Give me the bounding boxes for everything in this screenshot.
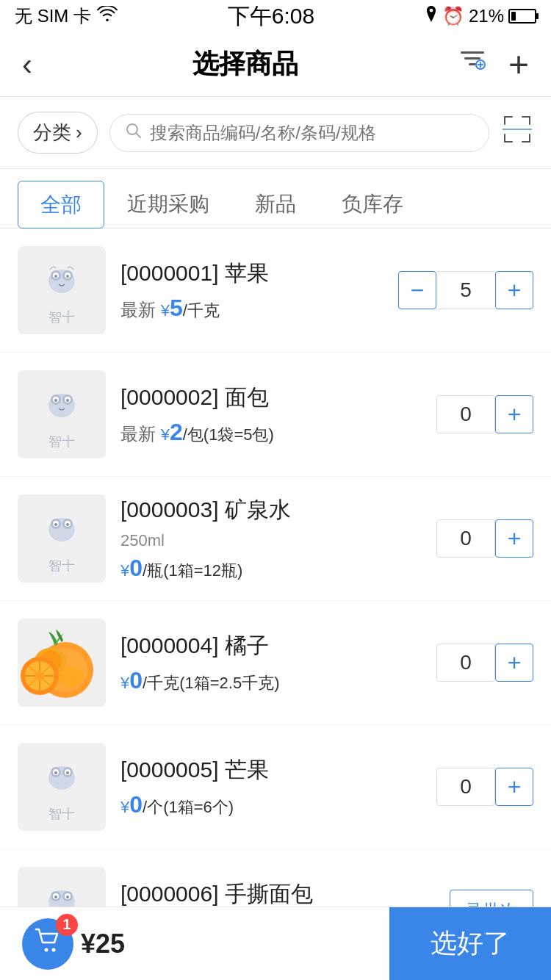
svg-rect-10 <box>504 134 505 143</box>
product-placeholder: 智十 <box>18 246 106 334</box>
product-placeholder: 智十 <box>18 370 106 458</box>
tab-new[interactable]: 新品 <box>232 181 319 228</box>
product-name: [0000002] 面包 <box>120 383 422 413</box>
cart-total: ¥25 <box>81 929 125 959</box>
product-image: 智十 <box>18 494 106 583</box>
svg-rect-0 <box>461 51 484 54</box>
product-placeholder: 智十 <box>18 743 106 831</box>
orange-image <box>18 619 106 707</box>
quantity-input[interactable] <box>436 519 495 558</box>
product-price: ¥0/个(1箱=6个) <box>120 791 422 818</box>
filter-row: 分类 › <box>0 97 551 169</box>
status-time: 下午6:08 <box>228 1 314 32</box>
tab-all[interactable]: 全部 <box>18 181 104 228</box>
battery-icon <box>508 9 536 24</box>
svg-point-53 <box>66 771 69 774</box>
product-image: 智十 <box>18 370 106 458</box>
svg-point-59 <box>54 896 57 898</box>
product-price: ¥0/千克(1箱=2.5千克) <box>120 667 422 694</box>
quantity-input[interactable] <box>436 768 495 806</box>
svg-point-39 <box>57 667 84 688</box>
product-info: [0000004] 橘子 ¥0/千克(1箱=2.5千克) <box>120 631 422 694</box>
plus-button[interactable]: + <box>495 519 533 558</box>
cart-area: 1 ¥25 <box>0 918 389 970</box>
product-controls: + <box>436 644 533 682</box>
product-info: [0000003] 矿泉水 250ml ¥0/瓶(1箱=12瓶) <box>120 495 422 582</box>
product-price: ¥0/瓶(1箱=12瓶) <box>120 555 422 582</box>
back-button[interactable]: ‹ <box>22 47 32 82</box>
page-title: 选择商品 <box>192 46 298 82</box>
filter-button[interactable] <box>458 48 486 80</box>
sim-label: 无 SIM 卡 <box>15 4 91 28</box>
owl-icon <box>40 255 84 306</box>
navbar-icons: + <box>458 44 529 84</box>
product-price: 最新 ¥2/包(1袋=5包) <box>120 419 422 446</box>
product-name: [0000003] 矿泉水 <box>120 495 422 525</box>
product-name: [0000006] 手撕面包 <box>120 879 435 909</box>
product-item: 智十 [0000005] 芒果 ¥0/个(1箱=6个) + <box>0 725 551 849</box>
battery-percent: 21% <box>469 6 504 26</box>
product-image <box>18 619 106 707</box>
product-info: [0000001] 苹果 最新 ¥5/千克 <box>120 259 383 322</box>
confirm-button[interactable]: 选好了 <box>389 907 551 981</box>
plus-button[interactable]: + <box>495 395 533 433</box>
svg-point-60 <box>66 896 69 898</box>
product-item: 智十 [0000001] 苹果 最新 ¥5/千克 − + <box>0 228 551 352</box>
search-box <box>109 114 489 152</box>
svg-rect-8 <box>529 116 530 125</box>
product-controls: + <box>436 395 533 433</box>
svg-point-19 <box>54 275 57 278</box>
quantity-input[interactable] <box>436 395 495 433</box>
category-chevron-icon: › <box>76 121 82 144</box>
svg-rect-6 <box>504 116 505 125</box>
svg-point-33 <box>54 523 57 526</box>
product-image: 智十 <box>18 743 106 831</box>
product-list: 智十 [0000001] 苹果 最新 ¥5/千克 − + <box>0 228 551 980</box>
search-input[interactable] <box>150 123 474 143</box>
plus-button[interactable]: + <box>495 768 533 806</box>
wifi-icon <box>97 6 118 26</box>
category-button[interactable]: 分类 › <box>18 112 98 154</box>
owl-icon <box>40 752 84 802</box>
minus-button[interactable]: − <box>398 271 436 309</box>
product-name: [0000005] 芒果 <box>120 755 422 785</box>
svg-point-66 <box>45 948 48 952</box>
brand-label: 智十 <box>48 557 75 574</box>
location-icon <box>425 6 438 26</box>
brand-label: 智十 <box>48 805 75 823</box>
brand-label: 智十 <box>48 433 75 450</box>
quantity-input[interactable] <box>436 644 495 682</box>
product-name: [0000004] 橘子 <box>120 631 422 661</box>
tab-row: 全部 近期采购 新品 负库存 <box>0 169 551 228</box>
navbar: ‹ 选择商品 + <box>0 32 551 97</box>
product-info: [0000002] 面包 最新 ¥2/包(1袋=5包) <box>120 383 422 446</box>
svg-point-27 <box>66 399 69 402</box>
scan-button[interactable] <box>501 113 533 152</box>
svg-rect-2 <box>469 63 476 65</box>
product-price: 最新 ¥5/千克 <box>120 295 383 322</box>
svg-point-26 <box>54 399 57 402</box>
svg-rect-13 <box>503 129 532 130</box>
quantity-input[interactable] <box>436 271 495 309</box>
svg-point-46 <box>35 671 44 680</box>
cart-badge: 1 <box>56 914 78 936</box>
status-bar: 无 SIM 卡 下午6:08 ⏰ 21% <box>0 0 551 32</box>
tab-recent[interactable]: 近期采购 <box>104 181 232 228</box>
tab-negative-stock[interactable]: 负库存 <box>319 181 426 228</box>
status-right: ⏰ 21% <box>425 6 536 26</box>
add-button[interactable]: + <box>508 44 529 84</box>
bottom-bar: 1 ¥25 选好了 <box>0 907 551 980</box>
plus-button[interactable]: + <box>495 644 533 682</box>
plus-button[interactable]: + <box>495 271 533 309</box>
category-label: 分类 <box>33 120 71 145</box>
product-image: 智十 <box>18 246 106 334</box>
product-item: 智十 [0000002] 面包 最新 ¥2/包(1袋=5包) + <box>0 353 551 476</box>
cart-icon <box>35 928 61 959</box>
status-left: 无 SIM 卡 <box>15 4 118 28</box>
svg-rect-12 <box>529 134 530 143</box>
owl-icon <box>40 503 84 554</box>
svg-point-20 <box>66 275 69 278</box>
svg-point-34 <box>66 523 69 526</box>
cart-icon-wrap[interactable]: 1 <box>22 918 73 970</box>
search-icon <box>125 122 143 144</box>
